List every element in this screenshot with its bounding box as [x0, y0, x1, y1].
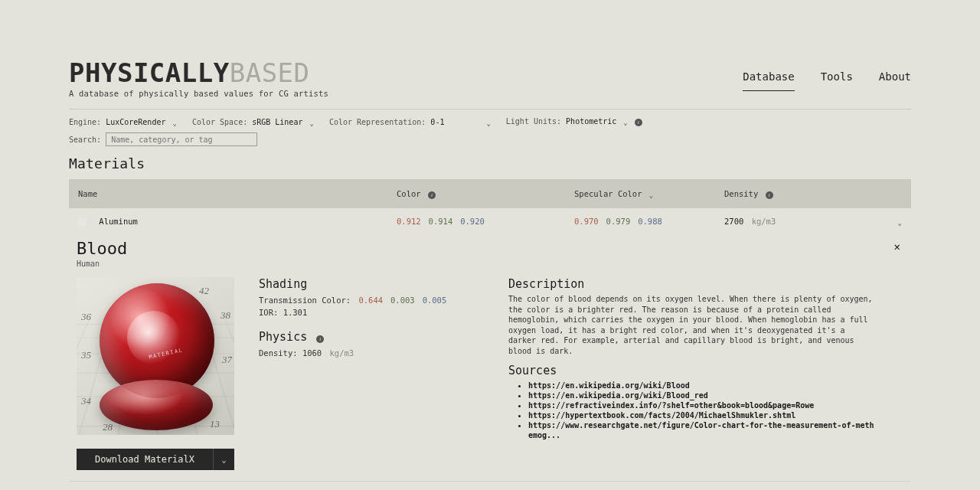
shading-heading: Shading — [259, 277, 484, 291]
material-detail: Blood Human ✕ 36 35 34 28 42 38 37 13 — [69, 234, 911, 482]
chevron-down-icon: ⌄ — [173, 119, 177, 127]
main-nav: Database Tools About — [743, 60, 911, 91]
color-r: 0.912 — [397, 217, 421, 226]
th-name[interactable]: Name — [78, 189, 397, 198]
colorrep-value: 0-1 — [430, 118, 479, 126]
description-text: The color of blood depends on its oxygen… — [508, 294, 876, 356]
source-link[interactable]: https://en.wikipedia.org/wiki/Blood — [528, 381, 690, 390]
logo-strong: PHYSICALLY — [69, 57, 230, 88]
specular-values: 0.970 0.979 0.988 — [574, 217, 662, 226]
spec-b: 0.988 — [638, 217, 662, 226]
colorrep-control[interactable]: Color Representation: 0-1 ⌄ — [329, 118, 491, 126]
section-title-materials: Materials — [69, 155, 911, 172]
color-swatch — [78, 217, 87, 226]
engine-value: LuxCoreRender — [106, 118, 165, 126]
nav-item-database[interactable]: Database — [743, 70, 794, 91]
sources-heading: Sources — [508, 364, 876, 377]
logo: PHYSICALLYBASED — [69, 60, 328, 86]
th-density[interactable]: Density — [724, 189, 758, 198]
transmission-label: Transmission Color: — [259, 296, 351, 305]
table-row[interactable]: Bone 0.793 0.793 0.664 - 1900 kg/m3 i ⌄ — [69, 482, 911, 490]
colorspace-control[interactable]: Color Space: sRGB Linear ⌄ — [192, 118, 314, 126]
physics-heading: Physics — [259, 330, 307, 344]
source-link[interactable]: https://www.researchgate.net/figure/Colo… — [528, 421, 874, 439]
info-icon[interactable]: i — [316, 335, 324, 343]
info-icon[interactable]: i — [428, 191, 436, 199]
color-g: 0.914 — [429, 217, 453, 226]
ior-value: 1.301 — [283, 308, 308, 317]
lightunits-value: Photometric — [566, 117, 616, 126]
colorrep-label: Color Representation: — [329, 118, 426, 126]
transmission-b: 0.005 — [423, 294, 447, 306]
colorspace-value: sRGB Linear — [252, 118, 302, 126]
chevron-down-icon: ⌄ — [623, 119, 627, 126]
color-values: 0.912 0.914 0.920 — [397, 217, 485, 226]
physics-density-unit: kg/m3 — [330, 348, 354, 358]
download-materialx-button[interactable]: Download MaterialX — [77, 449, 213, 470]
lightunits-label: Light Units: — [506, 117, 561, 126]
ior-label: IOR: — [259, 308, 278, 317]
logo-block: PHYSICALLYBASED A database of physically… — [69, 60, 328, 98]
engine-label: Engine: — [69, 118, 101, 126]
download-split-button[interactable]: ⌄ — [213, 449, 234, 470]
close-button[interactable]: ✕ — [891, 239, 903, 254]
density-value: 2700 — [724, 217, 743, 226]
material-name: Aluminum — [99, 217, 138, 226]
source-link[interactable]: https://refractiveindex.info/?shelf=othe… — [528, 401, 814, 410]
sources-list: https://en.wikipedia.org/wiki/Blood http… — [508, 381, 876, 440]
th-color[interactable]: Color — [397, 189, 421, 198]
table-row[interactable]: Aluminum 0.912 0.914 0.920 0.970 0.979 0… — [69, 208, 911, 234]
chevron-down-icon: ⌄ — [649, 191, 653, 199]
material-preview: 36 35 34 28 42 38 37 13 MATERIAL — [77, 277, 234, 435]
toolbar: Engine: LuxCoreRender ⌄ Color Space: sRG… — [69, 109, 911, 131]
search-input[interactable] — [106, 132, 257, 146]
info-icon[interactable]: i — [635, 119, 642, 126]
th-specular-color[interactable]: Specular Color — [574, 189, 642, 198]
description-heading: Description — [508, 277, 876, 291]
transmission-g: 0.003 — [390, 294, 415, 306]
physics-density-value: 1060 — [302, 348, 322, 358]
spec-r: 0.970 — [574, 217, 599, 226]
logo-light: BASED — [230, 57, 310, 88]
info-icon[interactable]: i — [766, 191, 773, 199]
chevron-down-icon: ⌄ — [309, 119, 313, 127]
search-label: Search: — [69, 136, 101, 144]
lightunits-control[interactable]: Light Units: Photometric ⌄ i — [506, 117, 642, 126]
table-header: Name Color i Specular Color ⌄ Density i — [69, 179, 911, 208]
color-b: 0.920 — [460, 217, 485, 226]
transmission-r: 0.644 — [358, 294, 383, 306]
source-link[interactable]: https://hypertextbook.com/facts/2004/Mic… — [528, 411, 795, 420]
expand-icon[interactable]: ⌄ — [898, 219, 902, 227]
colorspace-label: Color Space: — [192, 118, 247, 126]
density-unit: kg/m3 — [752, 217, 776, 226]
physics-density-label: Density: — [259, 348, 298, 358]
nav-item-tools[interactable]: Tools — [821, 70, 853, 91]
detail-title: Blood — [77, 239, 127, 258]
spec-g: 0.979 — [606, 217, 631, 226]
source-link[interactable]: https://en.wikipedia.org/wiki/Blood_red — [528, 391, 708, 400]
chevron-down-icon: ⌄ — [486, 119, 490, 127]
engine-control[interactable]: Engine: LuxCoreRender ⌄ — [69, 118, 177, 126]
detail-category: Human — [77, 260, 127, 268]
tagline: A database of physically based values fo… — [69, 89, 328, 98]
nav-item-about[interactable]: About — [879, 70, 911, 91]
